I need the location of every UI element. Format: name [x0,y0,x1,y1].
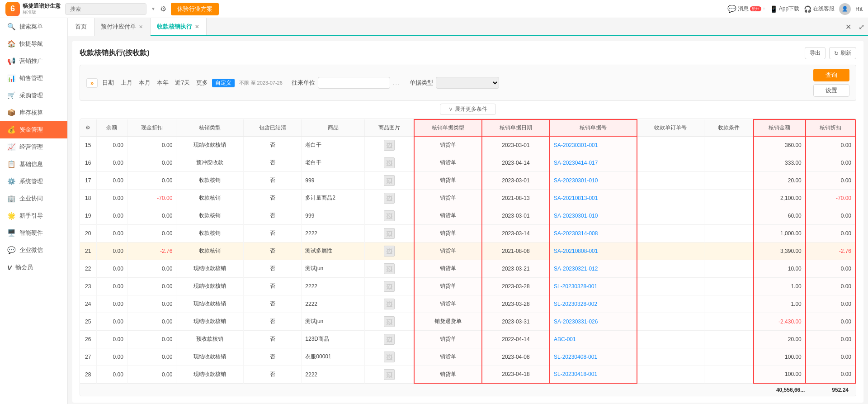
row-cancel-bill-no[interactable]: SA-20230321-012 [550,260,637,277]
system-icon: ⚙️ [7,177,16,185]
row-cancel-bill-no[interactable]: SA-20230414-017 [550,154,637,171]
row-goods: 老白干 [302,154,365,171]
sidebar-item-wechat[interactable]: 💬 企业微信 [0,242,67,259]
date-opt-this-year[interactable]: 本年 [155,78,171,87]
row-cancel-type: 收款核销 [176,207,243,224]
row-cancel-bill-no[interactable]: SL-20230418-001 [550,366,637,383]
row-receipt-condition [704,154,754,171]
app-download[interactable]: 📱 App下载 [770,5,799,13]
tab-collection[interactable]: 收款核销执行 ✕ [151,18,207,35]
date-opt-this-month[interactable]: 本月 [137,78,153,87]
row-receipt-condition [704,189,754,207]
row-no: 15 [80,136,96,154]
row-cancel-bill-no[interactable]: ABC-001 [550,330,637,348]
tab-prepay[interactable]: 预付冲应付单 ✕ [94,18,151,36]
service-area[interactable]: 🎧 在线客服 [804,5,835,13]
row-goods: 2222 [302,277,365,295]
row-goods-img: 🖼 [364,189,414,207]
sidebar-item-operation[interactable]: 📈 经营管理 [0,138,67,156]
tab-maximize-btn[interactable]: ⤢ [855,23,868,31]
row-cancel-type: 现结收款核销 [176,295,243,313]
sidebar-item-nav[interactable]: 🏠 快捷导航 [0,35,67,52]
row-receipt-condition [704,260,754,277]
search-icon: 🔍 [7,23,16,31]
tab-prepay-close[interactable]: ✕ [138,24,144,30]
source-input[interactable] [318,77,390,89]
top-bar: 6 畅捷通谱好生意 标准版 ▼ ⚙ 休验行业方案 💬 消息 99+ + 📱 Ap… [0,0,868,18]
row-cash-discount: 0.00 [127,154,176,171]
row-balance: 0.00 [96,136,127,154]
export-btn[interactable]: 导出 [805,47,826,59]
app-label: App下载 [779,5,799,13]
sidebar-item-purchase[interactable]: 🛒 采购管理 [0,87,67,104]
row-include-settled: 否 [243,154,301,171]
row-goods-img: 🖼 [364,207,414,224]
row-cash-discount: 0.00 [127,295,176,313]
row-cancel-type: 现结收款核销 [176,366,243,383]
row-cancel-amount: 333.00 [754,154,806,171]
row-cancel-bill-date: 2021-08-08 [482,242,550,260]
row-cancel-discount: -70.00 [806,189,855,207]
message-area[interactable]: 💬 消息 99+ + [727,5,765,13]
table-row: 18 0.00 -70.00 收款核销 否 多计量商品2 🖼 销货单 2021-… [80,189,855,207]
row-cancel-bill-no[interactable]: SA-20210813-001 [550,189,637,207]
tab-collection-close[interactable]: ✕ [194,24,200,30]
row-cancel-bill-no[interactable]: SL-20230408-001 [550,348,637,366]
sidebar-item-finance[interactable]: 💰 资金管理 [0,121,67,138]
row-cancel-bill-no[interactable]: SA-20210808-001 [550,242,637,260]
table-row: 15 0.00 0.00 现结收款核销 否 老白干 🖼 销货单 2023-03-… [80,136,855,154]
row-receipt-order-no [637,242,704,260]
row-cancel-bill-no[interactable]: SA-20230301-001 [550,136,637,154]
sidebar-item-member[interactable]: V 畅会员 [0,259,67,276]
sidebar-item-inventory[interactable]: 📦 库存核算 [0,104,67,121]
sidebar-item-corp[interactable]: 🏢 企业协同 [0,190,67,207]
row-cancel-bill-no[interactable]: SL-20230328-001 [550,277,637,295]
expand-btn[interactable]: » [86,78,98,88]
query-btn[interactable]: 查询 [813,69,849,81]
date-opt-7days[interactable]: 近7天 [173,78,192,87]
sidebar-item-marketing[interactable]: 📢 营销推广 [0,52,67,70]
row-cancel-amount: 1.00 [754,295,806,313]
bill-type-select[interactable] [436,77,499,89]
tab-close-all-btn[interactable]: ✕ [842,23,855,31]
row-balance: 0.00 [96,171,127,189]
sidebar-item-guide[interactable]: 🌟 新手引导 [0,207,67,224]
col-cancel-bill-no: 核销单据号 [550,119,637,136]
data-table: ⚙ 余额 现金折扣 核销类型 包含已结清 商品 商品图片 核销单据类型 核销单据… [80,119,856,384]
page-content: 收款核销执行(按收款) 导出 ↻ 刷新 » 日期 上月 [68,36,868,404]
date-opt-last-month[interactable]: 上月 [118,78,135,87]
row-receipt-order-no [637,313,704,330]
col-settings[interactable]: ⚙ [80,119,96,136]
industry-btn[interactable]: 休验行业方案 [171,3,219,15]
row-cancel-bill-no[interactable]: SL-20230328-002 [550,295,637,313]
basic-icon: 📋 [7,160,16,168]
home-icon: 🏠 [7,40,16,48]
gear-icon[interactable]: ⚙ [160,5,166,13]
row-balance: 0.00 [96,189,127,207]
table-row: 26 0.00 0.00 预收款核销 否 123D商品 🖼 销货单 2022-0… [80,330,855,348]
row-cancel-bill-no[interactable]: SA-20230331-026 [550,313,637,330]
row-cash-discount: 0.00 [127,277,176,295]
tab-home[interactable]: 首页 [68,18,94,36]
sidebar-item-sales[interactable]: 📊 销售管理 [0,70,67,87]
expand-more-btn[interactable]: ∨ 展开更多条件 [440,104,495,115]
user-avatar[interactable]: 👤 [839,3,851,15]
date-opt-custom[interactable]: 自定义 [212,79,235,87]
row-goods-img: 🖼 [364,330,414,348]
sidebar-item-hardware[interactable]: 🖥️ 智能硬件 [0,224,67,242]
sidebar-item-system[interactable]: ⚙️ 系统管理 [0,173,67,190]
search-input[interactable] [65,3,146,15]
row-cancel-amount: 20.00 [754,330,806,348]
refresh-icon: ↻ [834,50,839,57]
row-include-settled: 否 [243,313,301,330]
row-receipt-condition [704,313,754,330]
sidebar-item-search[interactable]: 🔍 搜索菜单 [0,18,67,35]
sidebar-item-basic[interactable]: 📋 基础信息 [0,156,67,173]
row-cancel-bill-no[interactable]: SA-20230301-010 [550,207,637,224]
settings-btn[interactable]: 设置 [813,84,849,97]
refresh-btn[interactable]: ↻ 刷新 [829,47,856,59]
date-opt-more[interactable]: 更多 [194,78,210,87]
row-cancel-bill-no[interactable]: SA-20230314-008 [550,224,637,242]
row-cancel-bill-no[interactable]: SA-20230301-010 [550,171,637,189]
row-include-settled: 否 [243,260,301,277]
